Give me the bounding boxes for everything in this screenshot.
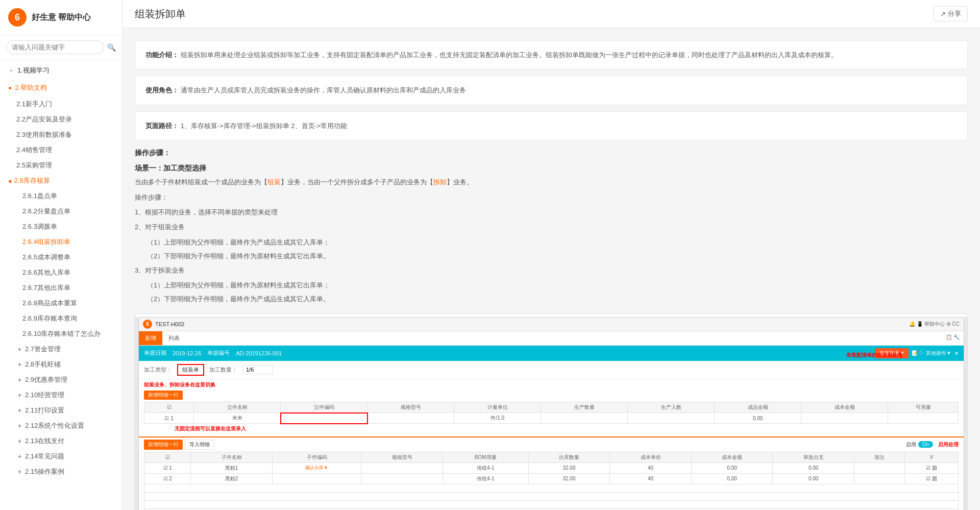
sidebar-item-s24[interactable]: 2.4销售管理	[0, 142, 122, 158]
mock-empty-row	[144, 484, 959, 492]
mock-ltd2-8: 0.00	[773, 473, 854, 484]
mock-lth-9: 加注	[854, 452, 904, 463]
sidebar-item-s27[interactable]: ＋ 2.7资金管理	[0, 342, 122, 357]
mock-annot2-row: 组装业务、拆卸业务在这里切换	[139, 379, 964, 391]
mock-ltd2-2	[272, 473, 361, 484]
path-text: 1、库存核算->库存管理->组装拆卸单 2、首页->常用功能	[181, 122, 348, 130]
mock-lth-3: 规格型号	[361, 452, 443, 463]
share-icon: ↗	[940, 10, 946, 18]
mock-td-avail	[888, 413, 959, 424]
sidebar-item-s214[interactable]: ＋ 2.14常见问题	[0, 449, 122, 464]
mock-on-toggle[interactable]: On	[918, 441, 933, 448]
mock-side-icons: 📋 🔧	[942, 331, 964, 345]
annot2-text: 组装业务、拆卸业务在这里切换	[144, 381, 215, 388]
mock-import-btn[interactable]: 导入明细	[185, 440, 214, 450]
sidebar-item-s210[interactable]: ＋ 2.10经营管理	[0, 387, 122, 403]
sidebar-item-s213[interactable]: ＋ 2.13在线支付	[0, 433, 122, 449]
mock-table-row: ☑ 1 米米 件/1.0 0.00	[144, 413, 959, 424]
search-box: 🔍	[0, 35, 122, 60]
sidebar-item-s269[interactable]: 2.6.9库存账本查询	[0, 311, 122, 326]
sidebar-item-s22[interactable]: 2.2产品安装及登录	[0, 112, 122, 127]
sidebar: 6 好生意 帮助中心 🔍 ＋ 1.视频学习 ● 2.帮助文档 2.1新手入门 2…	[0, 0, 122, 510]
mock-tab-new[interactable]: 新增	[139, 331, 162, 345]
link-assemble[interactable]: 组装	[267, 178, 281, 186]
mock-th-0: ☑	[144, 402, 194, 413]
mock-sub-add-btn[interactable]: 新增明细一行	[144, 440, 183, 450]
sidebar-item-docs[interactable]: ● 2.帮助文档	[0, 79, 122, 96]
sidebar-item-s211[interactable]: ＋ 2.11打印设置	[0, 403, 122, 418]
plus-icon: ＋	[16, 421, 23, 430]
mock-th-1: 父件名称	[194, 402, 281, 413]
mock-lth-2: 子件编码	[272, 452, 361, 463]
topbar: 组装拆卸单 ↗ 分享	[122, 0, 980, 28]
mock-lth-8: 审批分支	[773, 452, 854, 463]
mock-lth-6: 成本单价	[610, 452, 692, 463]
mock-lth-1: 子件名称	[191, 452, 273, 463]
sidebar-item-s25[interactable]: 2.5采购管理	[0, 158, 122, 173]
annot4-text: 无固定流程可以直接在这里录入	[175, 425, 959, 432]
mock-tab-spacer	[186, 331, 942, 345]
mock-type-row: 加工类型： 组装单 加工数量：	[139, 361, 964, 379]
link-disassemble[interactable]: 拆卸	[433, 178, 447, 186]
mock-form-body: 有装配清单的在这里处理 加工类型： 组装单 加工数量： 组装业务、拆卸业务在这里…	[139, 361, 964, 510]
path-label: 页面路径：	[145, 122, 179, 130]
mock-qty-input[interactable]	[242, 365, 273, 374]
step2-text: 2、对于组装业务	[135, 221, 968, 233]
content-area: 功能介绍： 组装拆卸单用来处理企业组装或拆卸等加工业务，支持有固定装配清单的产品…	[122, 28, 980, 510]
mock-ltd2-5: 32.00	[528, 473, 610, 484]
sidebar-item-s261[interactable]: 2.6.1盘点单	[0, 188, 122, 204]
mock-upper-toolbar: 新增明细一行	[144, 391, 959, 400]
mock-lower-toolbar: 新增明细一行 导入明细 启用 On 启用处理	[144, 440, 959, 450]
mock-close-icon[interactable]: ×	[954, 349, 959, 357]
sidebar-item-s2610[interactable]: 2.6.10库存账本错了怎么办	[0, 326, 122, 342]
search-input[interactable]	[6, 40, 104, 54]
feature-intro-label: 功能介绍：	[145, 51, 179, 59]
mock-lower-row-5	[144, 500, 959, 508]
sidebar-item-s268[interactable]: 2.6.8商品成本重算	[0, 296, 122, 311]
step2-2-text: （2）下部明细为子件明细，最终作为原材料生成其它出库单。	[135, 250, 968, 262]
sidebar-item-video[interactable]: ＋ 1.视频学习	[0, 62, 122, 79]
sidebar-item-s23[interactable]: 2.3使用前数据准备	[0, 127, 122, 142]
mock-app-logo: 6	[143, 320, 152, 329]
mock-th-2: 父件编码	[281, 402, 368, 413]
sidebar-item-s266[interactable]: 2.6.6其他入库单	[0, 265, 122, 280]
sidebar-header: 6 好生意 帮助中心	[0, 0, 122, 35]
share-button[interactable]: ↗ 分享	[934, 6, 968, 21]
mock-upper-table: ☑ 父件名称 父件编码 规格型号 计量单位 生产数量 生产入数 成品金额 成本金	[144, 402, 959, 424]
sidebar-item-s26[interactable]: ● 2.6库存核算	[0, 173, 122, 188]
mock-th-9: 可用量	[888, 402, 959, 413]
sidebar-item-s21[interactable]: 2.1新手入门	[0, 96, 122, 112]
role-box: 使用角色： 通常由生产人员或库管人员完成拆装业务的操作，库管人员确认原材料的出库…	[135, 76, 968, 105]
step3-text: 3、对于拆装业务	[135, 264, 968, 276]
search-icon[interactable]: 🔍	[107, 43, 116, 52]
plus-icon: ＋	[16, 436, 23, 446]
scene1-heading: 场景一：加工类型选择	[135, 164, 968, 173]
mock-qty-label: 加工数量：	[209, 366, 237, 374]
sidebar-item-s264[interactable]: 2.6.4组装拆卸单	[0, 234, 122, 250]
sidebar-item-s265[interactable]: 2.6.5成本调整单	[0, 250, 122, 265]
step1-text: 1、根据不同的业务，选择不同单据的类型来处理	[135, 206, 968, 218]
sidebar-item-s267[interactable]: 2.6.7其他出库单	[0, 280, 122, 296]
mock-add-row-btn[interactable]: 新增明细一行	[144, 391, 183, 400]
sidebar-item-s212[interactable]: ＋ 2.12系统个性化设置	[0, 418, 122, 433]
sidebar-item-s262[interactable]: 2.6.2分量盘点单	[0, 204, 122, 219]
sidebar-item-s215[interactable]: ＋ 2.15操作案例	[0, 464, 122, 479]
mock-tab-list[interactable]: 列表	[162, 331, 186, 345]
mock-type-select[interactable]: 组装单	[177, 364, 204, 376]
mock-td-costamt	[801, 413, 888, 424]
sidebar-item-s29[interactable]: ＋ 2.9优惠券管理	[0, 372, 122, 387]
step3-2-text: （2）下部明细为子件明细，最终作为产成品生成其它入库单。	[135, 293, 968, 305]
mock-action-icons: 📝 ▷ 其他操作▼	[912, 350, 951, 357]
sidebar-item-s263[interactable]: 2.6.3调拨单	[0, 219, 122, 234]
page-title: 组装拆卸单	[135, 7, 186, 21]
mock-ltd2-0: ☑ 2	[144, 473, 191, 484]
mock-td-unit: 件/1.0	[454, 413, 541, 424]
screenshot-container: 6 TEST-H002 🔔 📱 帮助中心 ⚙ CC 新增 列表 📋 🔧	[135, 313, 968, 510]
mock-ltd2-4: 传统4-1	[443, 473, 528, 484]
sidebar-item-s28[interactable]: ＋ 2.8手机旺铺	[0, 357, 122, 372]
active-icon: ●	[8, 177, 12, 185]
mock-lth-10: V	[905, 452, 959, 463]
mock-table-header-row: ☑ 父件名称 父件编码 规格型号 计量单位 生产数量 生产入数 成品金额 成本金	[144, 402, 959, 413]
mock-td-entry	[628, 413, 715, 424]
mock-lower-row-3	[144, 484, 959, 492]
